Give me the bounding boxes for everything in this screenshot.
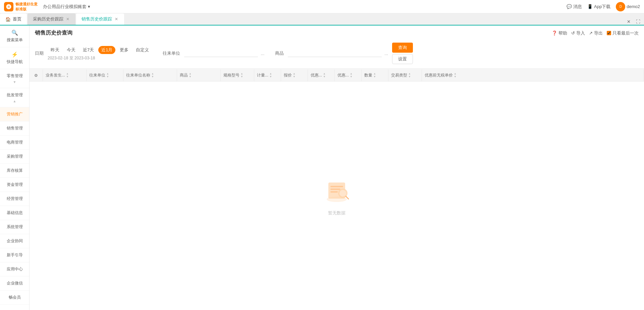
sidebar-item-wechat[interactable]: 企业微信 [0,276,29,291]
empty-text: 暂无数据 [328,210,345,216]
shortcuts-icon: ⚡ [11,51,18,58]
sort-icons-quote: ▲ ▼ [293,72,296,78]
svg-rect-3 [330,189,340,190]
sidebar-item-retail[interactable]: 零售管理 ▼ [0,69,29,88]
goods-input[interactable] [288,50,382,57]
partner-input[interactable] [184,50,258,57]
sidebar-item-newbie[interactable]: 新手引导 [0,248,29,262]
close-tab-purchase[interactable]: ✕ [65,17,70,21]
help-icon: ❓ [552,31,557,36]
last-only-checkbox-area[interactable]: 只看最后一次 [607,30,639,36]
tab-home[interactable]: 🏠 首页 [0,13,27,25]
sort-icons-partner: ▲ ▼ [106,72,109,78]
search-icon: 🔍 [11,30,18,36]
app-selector[interactable]: 办公用品行业模拟账套 ▾ [40,2,93,11]
user-menu[interactable]: D demo2 [616,2,640,11]
chevron-down-icon: ▾ [88,4,90,9]
th-goods[interactable]: 商品 ▲ ▼ [177,69,221,81]
th-discount2[interactable]: 优惠... ▲ ▼ [335,69,362,81]
logo-text: 畅捷通好生意 标准版 [15,2,38,11]
sidebar-item-apps[interactable]: 应用中心 [0,262,29,276]
close-tab-sales[interactable]: ✕ [114,17,119,21]
settings-button[interactable]: 设置 [392,54,413,64]
sidebar-item-wholesale[interactable]: 批发管理 ▲ [0,88,29,107]
table-area: ⚙ 业务发生... ▲ ▼ 往来单位 ▲ ▼ 往 [30,69,644,310]
home-icon: 🏠 [5,17,11,22]
sort-icons-qty: ▲ ▼ [373,72,376,78]
page-header-actions: ❓ 帮助 ↺ 导入 ↗ 导出 只看最后一次 [552,30,639,36]
th-pretax[interactable]: 优惠前无税单价 ▲ ▼ [422,69,644,81]
export-icon: ↗ [589,31,593,36]
sidebar-item-ecommerce[interactable]: 电商管理 [0,136,29,150]
date-range-text: 2023-02-18 至 2023-03-18 [48,55,152,61]
goods-label: 商品 [275,50,284,56]
date-btn-today[interactable]: 今天 [64,46,78,54]
sort-icons-unit: ▲ ▼ [269,72,272,78]
chevron-icon: ▼ [13,80,16,84]
th-gear[interactable]: ⚙ [30,69,43,81]
partner-label: 往来单位 [163,50,180,56]
svg-rect-2 [330,186,343,187]
main-layout: 🔍 搜索菜单 ⚡ 快捷导航 零售管理 ▼ 批发管理 ▲ 营销推广 销售管理 电商… [0,25,644,310]
sidebar-item-purchase[interactable]: 采购管理 [0,150,29,164]
tab-purchase-history[interactable]: 采购历史价跟踪 ✕ [28,13,75,25]
sidebar-item-vip[interactable]: 畅会员 [0,291,29,305]
date-btn-more[interactable]: 更多 [117,46,131,54]
th-unit[interactable]: 计量... ▲ ▼ [254,69,281,81]
query-button[interactable]: 查询 [392,43,413,53]
th-discount1[interactable]: 优惠... ▲ ▼ [308,69,335,81]
download-icon: 📱 [587,4,593,9]
close-all-tabs[interactable]: ✕ [625,18,632,25]
th-partner-code[interactable]: 往来单位 ▲ ▼ [87,69,123,81]
logo-icon [4,2,13,11]
logo-area: 畅捷通好生意 标准版 [4,2,38,11]
help-action[interactable]: ❓ 帮助 [552,30,567,36]
import-action[interactable]: ↺ 导入 [571,30,585,36]
sidebar-item-basic-info[interactable]: 基础信息 [0,206,29,220]
filter-bar: 日期 昨天 今天 近7天 近1月 更多 自定义 2023-02-18 至 202… [30,40,644,68]
sidebar-item-sales[interactable]: 销售管理 [0,121,29,136]
sort-icons-pname: ▲ ▼ [151,72,154,78]
message-action[interactable]: 💬 消息 [567,4,582,10]
page-title-bar: 销售历史价查询 ❓ 帮助 ↺ 导入 ↗ 导出 [35,30,639,40]
sort-icons-disc2: ▲ ▼ [350,72,353,78]
goods-dots[interactable]: ... [384,51,388,56]
content-area: 销售历史价查询 ❓ 帮助 ↺ 导入 ↗ 导出 [30,25,644,310]
sidebar-item-operations[interactable]: 经营管理 [0,192,29,206]
th-biz-date[interactable]: 业务发生... ▲ ▼ [43,69,87,81]
filter-buttons: 查询 设置 [392,43,413,64]
sidebar-item-marketing[interactable]: 营销推广 [0,107,29,121]
date-btn-custom[interactable]: 自定义 [133,46,152,54]
date-btn-last7[interactable]: 近7天 [80,46,97,54]
app-download-action[interactable]: 📱 App下载 [587,4,610,10]
sidebar-item-system[interactable]: 系统管理 [0,220,29,234]
date-btn-yesterday[interactable]: 昨天 [48,46,62,54]
sidebar-item-shortcuts[interactable]: ⚡ 快捷导航 [0,47,29,69]
page-header: 销售历史价查询 ❓ 帮助 ↺ 导入 ↗ 导出 [30,25,644,40]
top-bar-right: 💬 消息 📱 App下载 D demo2 [567,2,640,11]
goods-field: ... [288,50,388,57]
maximize-action[interactable]: ⛶ [635,18,641,25]
page-title: 销售历史价查询 [35,30,72,37]
th-trade-type[interactable]: 交易类型 ▲ ▼ [388,69,422,81]
import-icon: ↺ [571,31,575,36]
tab-bar-actions: ✕ ⛶ [623,18,644,25]
th-spec[interactable]: 规格型号 ▲ ▼ [221,69,254,81]
sidebar-item-finance[interactable]: 资金管理 [0,178,29,192]
th-qty[interactable]: 数量 ▲ ▼ [362,69,388,81]
chevron-icon-2: ▲ [13,99,16,103]
partner-field: ... [184,50,264,57]
th-quote[interactable]: 报价 ▲ ▼ [281,69,308,81]
sidebar-item-inventory[interactable]: 库存核算 [0,164,29,178]
export-action[interactable]: ↗ 导出 [589,30,603,36]
last-only-checkbox[interactable] [607,31,611,35]
sort-icons-trade: ▲ ▼ [408,72,411,78]
date-buttons: 昨天 今天 近7天 近1月 更多 自定义 [48,46,152,54]
partner-dots[interactable]: ... [261,51,264,56]
sidebar-item-search[interactable]: 🔍 搜索菜单 [0,25,29,47]
tab-sales-history[interactable]: 销售历史价跟踪 ✕ [76,13,124,25]
sidebar-item-enterprise[interactable]: 企业协同 [0,234,29,248]
date-btn-last1m[interactable]: 近1月 [98,46,115,54]
th-partner-name[interactable]: 往来单位名称 ▲ ▼ [123,69,177,81]
sort-icons-disc1: ▲ ▼ [323,72,326,78]
